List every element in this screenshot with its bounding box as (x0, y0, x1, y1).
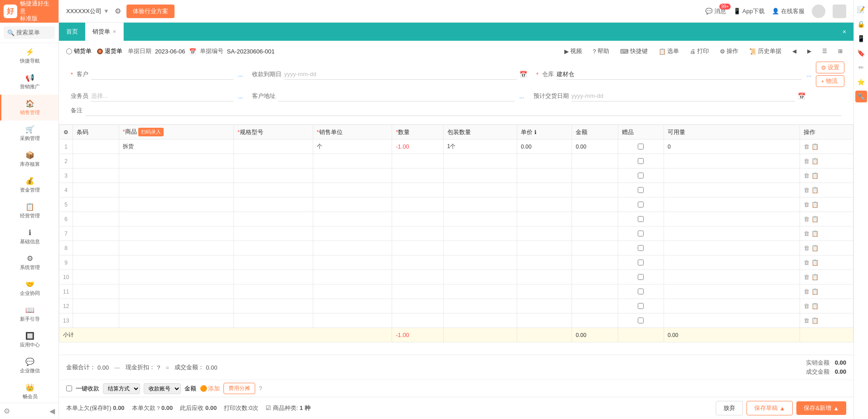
tab-sales-order[interactable]: 销货单 × (85, 23, 124, 41)
row-quantity[interactable] (392, 255, 443, 270)
row-unit-price[interactable] (517, 212, 572, 226)
row-unit-price[interactable] (517, 313, 572, 328)
row-spec[interactable] (233, 154, 313, 169)
row-barcode[interactable] (73, 226, 119, 241)
right-panel-lock-icon[interactable]: 🔒 (855, 18, 867, 30)
due-date-input[interactable] (284, 69, 517, 80)
row-amount[interactable] (572, 183, 618, 197)
row-gift[interactable] (618, 183, 664, 197)
row-gift[interactable] (618, 154, 664, 169)
row-quantity[interactable]: -1.00 (392, 140, 443, 154)
right-panel-edit-icon[interactable]: ✏ (855, 62, 867, 73)
row-barcode[interactable] (73, 284, 119, 299)
delete-row-icon[interactable]: 🗑 (804, 245, 810, 251)
sidebar-item-membership[interactable]: 👑 畅会员 (0, 379, 58, 403)
sidebar-item-sales[interactable]: 🏠 销售管理 (0, 95, 58, 120)
row-unit[interactable]: 个 (313, 140, 392, 154)
delete-row-icon[interactable]: 🗑 (804, 201, 810, 208)
row-unit[interactable] (313, 313, 392, 328)
sidebar-item-app-center[interactable]: 🔲 应用中心 (0, 327, 58, 353)
row-quantity[interactable] (392, 226, 443, 241)
copy-row-icon[interactable]: 📋 (811, 274, 819, 280)
payment-method-select[interactable]: 结算方式 (103, 383, 140, 394)
customer-input[interactable] (91, 69, 233, 80)
row-pack-qty[interactable] (443, 212, 517, 226)
row-pack-qty[interactable] (443, 270, 517, 284)
row-product[interactable]: 拆货 (119, 140, 233, 154)
sidebar-item-purchase[interactable]: 🛒 采购管理 (0, 120, 58, 146)
row-gift[interactable] (618, 169, 664, 183)
row-product[interactable] (119, 226, 233, 241)
row-unit-price[interactable] (517, 241, 572, 255)
row-unit-price[interactable] (517, 284, 572, 299)
row-unit[interactable] (313, 212, 392, 226)
warehouse-input[interactable] (557, 69, 802, 80)
company-selector[interactable]: XXXXXX公司 ▼ (66, 7, 109, 15)
sidebar-item-basic-info[interactable]: ℹ 基础信息 (0, 224, 58, 250)
copy-row-icon[interactable]: 📋 (811, 317, 819, 324)
tab-area-close[interactable]: × (843, 28, 853, 35)
sidebar-item-collaboration[interactable]: 🤝 企业协同 (0, 275, 58, 301)
row-quantity[interactable] (392, 313, 443, 328)
delete-row-icon[interactable]: 🗑 (804, 172, 810, 179)
one-click-payment-checkbox[interactable] (66, 385, 72, 391)
row-quantity[interactable] (392, 212, 443, 226)
row-unit[interactable] (313, 169, 392, 183)
row-product[interactable] (119, 183, 233, 197)
add-payment-btn[interactable]: 🟠 添加 (200, 385, 220, 393)
row-spec[interactable] (233, 255, 313, 270)
due-date-calendar-icon[interactable]: 📅 (519, 71, 527, 78)
row-unit[interactable] (313, 197, 392, 212)
row-product[interactable] (119, 212, 233, 226)
delete-row-icon[interactable]: 🗑 (804, 143, 810, 150)
discard-btn[interactable]: 放弃 (716, 401, 743, 415)
row-unit[interactable] (313, 255, 392, 270)
payment-account-select[interactable]: 收款账号 (144, 383, 181, 394)
video-btn[interactable]: ▶ 视频 (561, 45, 586, 57)
row-gift[interactable] (618, 241, 664, 255)
row-spec[interactable] (233, 270, 313, 284)
delete-row-icon[interactable]: 🗑 (804, 158, 810, 164)
row-unit-price[interactable]: 0.00 (517, 140, 572, 154)
right-panel-bookmark-icon[interactable]: 🔖 (855, 47, 867, 59)
sidebar-item-finance[interactable]: 💰 资金管理 (0, 172, 58, 198)
app-download-btn[interactable]: 📱 App下载 (733, 7, 765, 15)
sidebar-item-system[interactable]: ⚙ 系统管理 (0, 250, 58, 275)
row-product[interactable] (119, 284, 233, 299)
row-spec[interactable] (233, 140, 313, 154)
row-pack-qty[interactable] (443, 169, 517, 183)
print-btn[interactable]: 🖨 打印 (686, 45, 713, 57)
remark-input[interactable] (85, 105, 842, 116)
operation-btn[interactable]: ⚙ 操作 (716, 45, 742, 57)
row-pack-qty[interactable] (443, 226, 517, 241)
prev-record-btn[interactable]: ◀ (789, 46, 800, 56)
row-unit-price[interactable] (517, 197, 572, 212)
sidebar-collapse-icon[interactable]: ◀ (49, 407, 55, 415)
row-spec[interactable] (233, 226, 313, 241)
row-gift[interactable] (618, 226, 664, 241)
row-barcode[interactable] (73, 197, 119, 212)
row-spec[interactable] (233, 284, 313, 299)
row-spec[interactable] (233, 241, 313, 255)
row-quantity[interactable] (392, 284, 443, 299)
online-service-btn[interactable]: 👤 在线客服 (772, 7, 805, 15)
row-unit-price[interactable] (517, 226, 572, 241)
row-unit-price[interactable] (517, 183, 572, 197)
copy-row-icon[interactable]: 📋 (811, 288, 819, 295)
delete-row-icon[interactable]: 🗑 (804, 317, 810, 324)
logistics-button[interactable]: + 物流 (816, 75, 844, 87)
copy-row-icon[interactable]: 📋 (811, 158, 819, 164)
row-barcode[interactable] (73, 313, 119, 328)
row-unit-price[interactable] (517, 255, 572, 270)
right-panel-note-icon[interactable]: 📝 (855, 4, 867, 15)
history-btn[interactable]: 📜 历史单据 (746, 45, 785, 57)
right-panel-phone-icon[interactable]: 📱 (855, 33, 867, 44)
row-gift[interactable] (618, 255, 664, 270)
row-gift[interactable] (618, 140, 664, 154)
row-amount[interactable] (572, 284, 618, 299)
row-amount[interactable] (572, 226, 618, 241)
user-avatar[interactable] (812, 5, 825, 18)
search-menu-button[interactable]: 🔍 搜索菜单 (4, 26, 55, 39)
row-product[interactable] (119, 197, 233, 212)
experience-btn[interactable]: 体验行业方案 (126, 5, 175, 18)
